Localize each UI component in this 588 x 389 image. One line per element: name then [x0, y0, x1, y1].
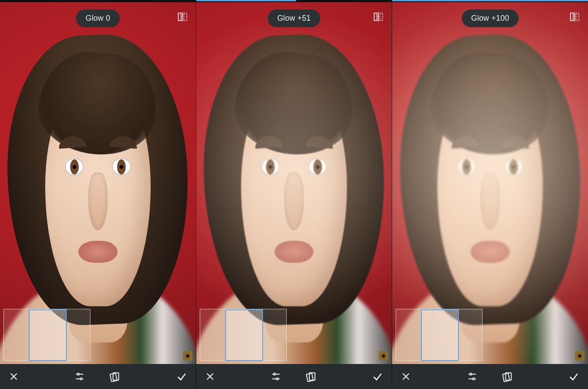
svg-point-28 [470, 373, 471, 375]
parameter-value-label: Glow +51 [277, 14, 311, 22]
editor-panel-1: Glow +51 [196, 0, 392, 389]
svg-rect-11 [374, 13, 378, 20]
navigator-minimap[interactable] [3, 309, 90, 361]
svg-rect-1 [184, 13, 187, 20]
star-icon[interactable] [575, 351, 585, 361]
comparison-row: Glow 0 Glow [0, 0, 588, 389]
parameter-value-label: Glow +100 [471, 14, 509, 22]
navigator-minimap[interactable] [200, 309, 287, 361]
bottom-toolbar [0, 364, 196, 389]
bottom-toolbar [392, 364, 588, 389]
adjust-button[interactable] [270, 371, 282, 382]
svg-rect-12 [380, 13, 383, 20]
parameter-value-pill[interactable]: Glow +100 [461, 9, 518, 27]
compare-icon[interactable] [373, 11, 384, 22]
svg-rect-0 [178, 13, 181, 20]
styles-button[interactable] [306, 371, 317, 382]
adjust-button[interactable] [467, 371, 478, 382]
svg-point-19 [276, 378, 278, 380]
adjust-button[interactable] [74, 371, 85, 382]
apply-button[interactable] [176, 371, 187, 382]
cancel-button[interactable] [205, 371, 215, 382]
star-icon[interactable] [183, 351, 192, 361]
star-icon[interactable] [379, 351, 388, 361]
apply-button[interactable] [568, 371, 579, 382]
navigator-viewport[interactable] [29, 309, 67, 361]
svg-rect-22 [570, 13, 573, 20]
cancel-button[interactable] [401, 371, 411, 382]
bottom-toolbar [196, 364, 392, 389]
apply-button[interactable] [372, 371, 383, 382]
parameter-value-pill[interactable]: Glow 0 [76, 9, 120, 27]
parameter-value-label: Glow 0 [86, 14, 110, 22]
parameter-value-pill[interactable]: Glow +51 [268, 9, 320, 27]
top-slider-fill [196, 0, 296, 1]
cancel-button[interactable] [9, 371, 19, 382]
editor-panel-0: Glow 0 [0, 0, 196, 389]
editor-panel-2: Glow +100 [392, 0, 588, 389]
navigator-viewport[interactable] [421, 309, 459, 361]
svg-point-30 [473, 378, 474, 380]
navigator-minimap[interactable] [396, 309, 483, 361]
styles-button[interactable] [502, 371, 513, 382]
top-slider-fill [392, 0, 588, 1]
navigator-viewport[interactable] [225, 309, 263, 361]
svg-point-6 [77, 373, 79, 375]
svg-rect-23 [576, 13, 579, 20]
top-slider-track[interactable] [0, 0, 196, 2]
compare-icon[interactable] [177, 11, 188, 22]
compare-icon[interactable] [569, 11, 580, 22]
svg-point-8 [80, 378, 82, 380]
svg-point-17 [274, 373, 275, 375]
styles-button[interactable] [109, 371, 121, 382]
